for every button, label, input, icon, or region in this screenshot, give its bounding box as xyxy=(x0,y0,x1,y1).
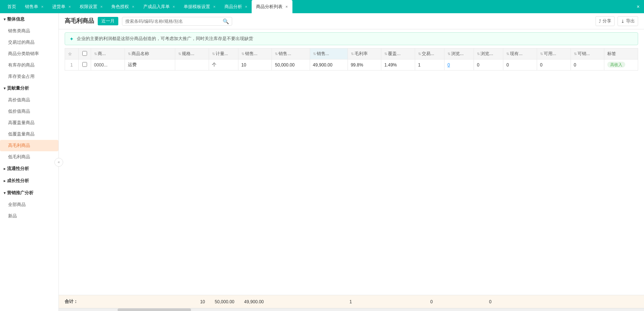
row-sales-amount: 50,000.00 xyxy=(272,59,310,70)
footer-current-stock: 0 xyxy=(406,299,436,304)
bottom-scrollbar[interactable] xyxy=(59,308,644,311)
sidebar-section-marketing[interactable]: ▾ 营销推广分析 xyxy=(0,187,58,199)
col-sales-qty[interactable]: ⇅ 销售... xyxy=(238,48,272,59)
nav-product-inbound[interactable]: 产成品入库单 × xyxy=(139,0,179,13)
chevron-down-icon-2: ▾ xyxy=(4,86,6,90)
col-unit[interactable]: ⇅ 计量... xyxy=(209,48,238,59)
row-sellable-stock: 0 xyxy=(571,59,604,70)
sidebar-section-contribution[interactable]: ▾ 贡献量分析 xyxy=(0,82,58,94)
nav-close-permission-settings[interactable]: × xyxy=(100,4,102,9)
footer-total: 合计： 10 50,000.00 49,900.00 1 0 0 xyxy=(59,295,644,308)
row-code[interactable]: 0000... xyxy=(91,59,125,70)
search-input[interactable] xyxy=(125,19,220,24)
row-coverage: 1.49% xyxy=(381,59,415,70)
nav-template-settings[interactable]: 单据模板设置 × xyxy=(179,0,220,13)
content-area: 高毛利商品 近一月 🔍 ⤴ 分享 ⤓ 导出 ✦ 企业的主要的利润都是这部分商品创… xyxy=(59,13,644,311)
info-banner: ✦ 企业的主要的利润都是这部分商品创造的，可考虑加大推广，同时关注库存是不要出现… xyxy=(65,32,638,45)
sidebar-item-all-goods[interactable]: 全部商品 xyxy=(0,199,58,210)
col-gross-margin[interactable]: ⇅ 毛利率 xyxy=(348,48,381,59)
nav-close-template-settings[interactable]: × xyxy=(213,4,215,9)
sidebar-item-traded-goods[interactable]: 交易过的商品 xyxy=(0,37,58,48)
footer-transaction: 1 xyxy=(325,299,355,304)
row-select-checkbox[interactable] xyxy=(82,62,87,67)
table-row: 1 0000... 运费 个 10 50,000.00 49,900.00 99… xyxy=(65,59,638,70)
nav-permission-settings[interactable]: 权限设置 × xyxy=(75,0,107,13)
search-box[interactable]: 🔍 xyxy=(122,17,232,26)
nav-close-role-auth[interactable]: × xyxy=(132,4,134,9)
sidebar-section-liquidity[interactable]: ▸ 流通性分析 xyxy=(0,163,58,175)
col-tag[interactable]: 标签 xyxy=(604,48,638,59)
col-sales-amount[interactable]: ⇅ 销售... xyxy=(272,48,310,59)
sidebar-item-low-value[interactable]: 低价值商品 xyxy=(0,106,58,117)
nav-home[interactable]: 首页 xyxy=(3,0,21,13)
nav-close-product-inbound[interactable]: × xyxy=(173,4,175,9)
footer-spacer1 xyxy=(83,299,179,304)
sidebar-item-new-goods[interactable]: 新品 xyxy=(0,210,58,222)
row-tag: 高收入 xyxy=(604,59,638,70)
col-coverage[interactable]: ⇅ 覆盖... xyxy=(381,48,415,59)
chevron-down-icon: ▾ xyxy=(4,17,6,21)
nav-close-purchase-order[interactable]: × xyxy=(68,4,71,9)
chevron-down-icon-3: ▾ xyxy=(4,191,6,195)
nav-role-auth[interactable]: 角色授权 × xyxy=(107,0,138,13)
col-browse1[interactable]: ⇅ 浏览... xyxy=(445,48,474,59)
col-sellable-stock[interactable]: ⇅ 可销... xyxy=(571,48,604,59)
sidebar-item-sales-goods[interactable]: 销售类商品 xyxy=(0,25,58,37)
data-table: ☆ ⇅ 商... ⇅ xyxy=(65,48,638,70)
row-unit: 个 xyxy=(209,59,238,70)
col-transaction[interactable]: ⇅ 交易... xyxy=(415,48,444,59)
sidebar-collapse-button[interactable]: « xyxy=(54,158,63,167)
page-title: 高毛利商品 xyxy=(65,17,94,25)
row-checkbox[interactable] xyxy=(78,59,91,70)
nav-close-sales-order[interactable]: × xyxy=(41,4,43,9)
sidebar-item-low-margin[interactable]: 低毛利商品 xyxy=(0,151,58,163)
row-current-stock: 0 xyxy=(503,59,537,70)
footer-sales-amount: 50,000.00 xyxy=(208,299,237,304)
col-current-stock[interactable]: ⇅ 现有... xyxy=(503,48,537,59)
window-close-button[interactable]: × xyxy=(635,4,641,10)
row-gross-margin: 99.8% xyxy=(348,59,381,70)
col-browse2[interactable]: ⇅ 浏览... xyxy=(474,48,503,59)
row-available-stock: 0 xyxy=(537,59,571,70)
footer-spacer5 xyxy=(381,299,406,304)
sidebar-item-low-coverage[interactable]: 低覆盖量商品 xyxy=(0,129,58,140)
nav-close-product-analysis-list[interactable]: × xyxy=(285,4,288,9)
top-nav: 首页 销售单 × 进货单 × 权限设置 × 角色授权 × 产成品入库单 × 单据… xyxy=(0,0,644,13)
nav-purchase-order[interactable]: 进货单 × xyxy=(48,0,75,13)
sidebar-section-growth[interactable]: ▸ 成长性分析 xyxy=(0,175,58,187)
sidebar-item-category-sales-rate[interactable]: 商品分类助销率 xyxy=(0,48,58,59)
footer-sales-qty: 10 xyxy=(179,299,208,304)
nav-sales-order[interactable]: 销售单 × xyxy=(21,0,48,13)
time-filter-button[interactable]: 近一月 xyxy=(98,17,118,25)
nav-close-product-analysis[interactable]: × xyxy=(245,4,247,9)
row-name[interactable]: 运费 xyxy=(125,59,175,70)
sidebar-item-stock-capital[interactable]: 库存资金占用 xyxy=(0,71,58,82)
browse1-link[interactable]: 0 xyxy=(447,62,450,68)
footer-spacer4 xyxy=(355,299,381,304)
nav-product-analysis-list[interactable]: 商品分析列表 × xyxy=(252,0,292,13)
sidebar-section-overall[interactable]: ▾ 整体信息 xyxy=(0,13,58,25)
footer-sales-profit: 49,900.00 xyxy=(237,299,267,304)
sidebar-item-high-coverage[interactable]: 高覆盖量商品 xyxy=(0,117,58,129)
col-checkbox[interactable] xyxy=(78,48,91,59)
sidebar-item-high-value[interactable]: 高价值商品 xyxy=(0,94,58,106)
search-icon: 🔍 xyxy=(223,18,229,24)
content-header: 高毛利商品 近一月 🔍 ⤴ 分享 ⤓ 导出 xyxy=(59,13,644,29)
table-header-row: ☆ ⇅ 商... ⇅ xyxy=(65,48,638,59)
share-button[interactable]: ⤴ 分享 xyxy=(596,16,615,26)
info-icon: ✦ xyxy=(69,36,74,42)
sidebar-item-stocked-goods[interactable]: 有库存的商品 xyxy=(0,59,58,71)
col-available-stock[interactable]: ⇅ 可用... xyxy=(537,48,571,59)
scrollbar-thumb[interactable] xyxy=(118,308,191,311)
sidebar-item-high-margin[interactable]: 高毛利商品 xyxy=(0,140,58,151)
col-name[interactable]: ⇅ 商品名称 xyxy=(125,48,175,59)
col-code[interactable]: ⇅ 商... xyxy=(91,48,125,59)
col-settings[interactable]: ☆ xyxy=(65,48,79,59)
nav-product-analysis[interactable]: 商品分析 × xyxy=(220,0,252,13)
row-browse1[interactable]: 0 xyxy=(445,59,474,70)
col-sales-profit[interactable]: ⇅ 销售... xyxy=(310,48,348,59)
select-all-checkbox[interactable] xyxy=(82,51,87,56)
col-spec[interactable]: ⇅ 规格... xyxy=(175,48,209,59)
export-button[interactable]: ⤓ 导出 xyxy=(618,16,638,26)
row-spec xyxy=(175,59,209,70)
